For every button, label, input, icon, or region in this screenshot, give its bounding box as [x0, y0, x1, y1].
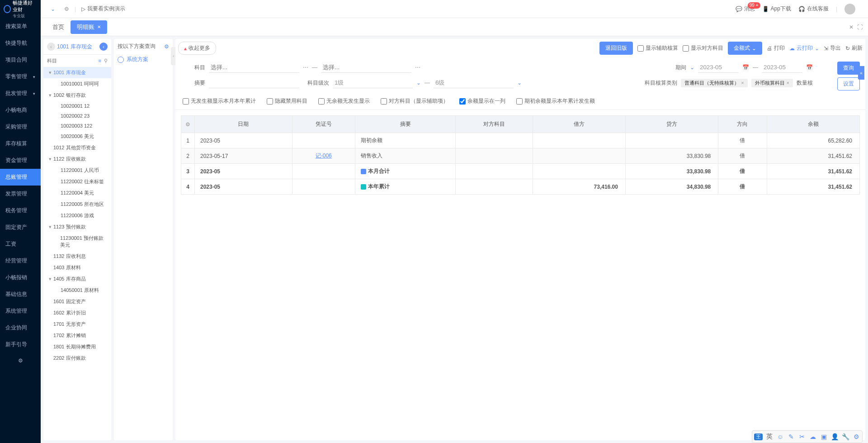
tree-prev-button[interactable]: ‹	[47, 43, 55, 51]
collapse-filter-handle[interactable]: «	[858, 66, 864, 80]
subject-from-input[interactable]	[209, 62, 299, 73]
sidebar-item[interactable]: 小畅报销	[0, 269, 41, 286]
check-balance-one-col[interactable]: 余额显示在一列	[459, 97, 505, 105]
sidebar-item[interactable]: 小畅电商	[0, 102, 41, 119]
user-avatar[interactable]	[844, 4, 855, 14]
tree-next-button[interactable]: ›	[99, 43, 108, 51]
sidebar-item[interactable]: 总账管理	[0, 169, 41, 186]
aux-checkbox[interactable]: 显示辅助核算	[637, 44, 678, 52]
account-tree-node[interactable]: 1601 固定资产	[43, 296, 111, 307]
check-opening-year[interactable]: 期初余额显示本年累计发生额	[516, 97, 595, 105]
sidebar-item[interactable]: 采购管理	[0, 119, 41, 135]
sort-icon[interactable]: ≡	[99, 58, 101, 64]
sidebar-item[interactable]: 快捷导航	[0, 35, 41, 52]
check-hide-disabled[interactable]: 隐藏禁用科目	[267, 97, 307, 105]
refresh-button[interactable]: ↻刷新	[845, 44, 863, 52]
query-button[interactable]: 查询	[837, 62, 860, 75]
company-selector[interactable]: ⌄	[45, 4, 59, 14]
sidebar-item[interactable]: 基础信息	[0, 286, 41, 303]
summary-input[interactable]	[209, 77, 299, 88]
export-button[interactable]: ⇲导出	[824, 44, 841, 52]
sidebar-item[interactable]: 资金管理	[0, 152, 41, 169]
account-tree-node[interactable]: ▾1122 应收账款	[43, 153, 111, 165]
account-tree-node[interactable]: 10020001 12	[43, 101, 111, 111]
calendar-icon[interactable]: 📅	[806, 64, 813, 71]
account-tree-node[interactable]: 10020003 122	[43, 121, 111, 131]
calendar-icon[interactable]: 📅	[742, 64, 749, 71]
account-tree-node[interactable]: ▾1001 库存现金	[43, 67, 111, 78]
check-opposite-aux[interactable]: 对方科目（显示辅助项）	[381, 97, 448, 105]
account-tree-node[interactable]: 11220006 游戏	[43, 210, 111, 221]
sidebar-item[interactable]: 企业协同	[0, 319, 41, 336]
account-tree-node[interactable]: ▾1002 银行存款	[43, 90, 111, 101]
account-tree-node[interactable]: 11230001 预付账款美元	[43, 233, 111, 251]
online-service-button[interactable]: 🎧 在线客服	[798, 5, 829, 13]
sidebar-item[interactable]: 搜索菜单	[0, 18, 41, 35]
sidebar-item[interactable]: 税务管理	[0, 202, 41, 219]
account-tree-node[interactable]: 11220004 美元	[43, 187, 111, 199]
account-tree-node[interactable]: 1012 其他货币资金	[43, 142, 111, 153]
close-tab-icon[interactable]: ✕	[849, 24, 854, 30]
level-to-input[interactable]	[434, 77, 514, 88]
ime-wrench-icon[interactable]: 🔧	[841, 433, 849, 441]
sidebar-item[interactable]: 批发管理▾	[0, 85, 41, 102]
account-tree-node[interactable]: 14050001 原材料	[43, 285, 111, 296]
system-scheme[interactable]: 系统方案	[118, 54, 169, 65]
messages-button[interactable]: 💬 消息 99 +	[736, 5, 755, 13]
sidebar-item[interactable]: 固定资产	[0, 219, 41, 236]
tag-foreign-currency[interactable]: 外币核算科目×	[751, 79, 793, 87]
scheme-gear-icon[interactable]: ⚙	[164, 43, 169, 50]
sidebar-item[interactable]: 工资	[0, 236, 41, 252]
ime-cloud-icon[interactable]: ☁	[809, 433, 817, 441]
amount-style-button[interactable]: 金额式 ⌄	[728, 42, 762, 55]
ime-smile-icon[interactable]: ☺	[776, 433, 784, 441]
check-no-balance[interactable]: 无余额无发生显示	[318, 97, 370, 105]
fullscreen-icon[interactable]: ⛶	[857, 24, 863, 30]
gear-icon[interactable]: ⚙	[64, 6, 69, 12]
account-tree-node[interactable]: 10020002 23	[43, 111, 111, 121]
collapse-more-button[interactable]: ▴ 收起更多	[178, 42, 216, 55]
subject-to-input[interactable]	[321, 62, 411, 73]
period-from-input[interactable]	[698, 62, 739, 73]
close-icon[interactable]: ×	[787, 80, 789, 86]
close-icon[interactable]: ✕	[97, 24, 101, 29]
chevron-down-icon[interactable]: ⌄	[517, 80, 522, 86]
account-tree-node[interactable]: 10020006 美元	[43, 131, 111, 142]
sidebar-item[interactable]: 项目合同	[0, 52, 41, 68]
voucher-link[interactable]: 记-006	[316, 152, 332, 159]
more-icon[interactable]: ⋯	[303, 64, 308, 71]
tab-detail-ledger[interactable]: 明细账 ✕	[71, 20, 107, 34]
sidebar-item[interactable]: 零售管理▾	[0, 68, 41, 85]
account-tree-node[interactable]: 11220005 所在地区	[43, 199, 111, 210]
app-download-button[interactable]: 📱 App下载	[762, 5, 791, 13]
sidebar-settings-icon[interactable]: ⚙	[0, 353, 41, 368]
account-tree-node[interactable]: 2202 应付账款	[43, 352, 111, 364]
close-icon[interactable]: ×	[741, 80, 744, 86]
gear-icon[interactable]: ⚙	[185, 121, 190, 128]
sidebar-item[interactable]: 系统管理	[0, 303, 41, 319]
account-tree-node[interactable]: 1801 长期待摊费用	[43, 341, 111, 352]
account-tree-node[interactable]: ▾1405 库存商品	[43, 273, 111, 285]
account-tree-node[interactable]: 1702 累计摊销	[43, 330, 111, 341]
account-tree-node[interactable]: 11220002 往来标签	[43, 176, 111, 187]
sidebar-item[interactable]: 经营管理	[0, 252, 41, 269]
level-from-input[interactable]	[333, 77, 413, 88]
chevron-down-icon[interactable]: ⌄	[416, 80, 421, 86]
sidebar-item[interactable]: 发票管理	[0, 186, 41, 202]
ime-lang[interactable]: 英	[765, 433, 774, 441]
print-button[interactable]: 🖨打印	[767, 44, 785, 52]
sidebar-item[interactable]: 新手引导	[0, 336, 41, 353]
sidebar-item[interactable]: 库存核算	[0, 135, 41, 152]
period-to-input[interactable]	[762, 62, 802, 73]
account-tree-node[interactable]: 1132 应收利息	[43, 251, 111, 262]
ime-scissors-icon[interactable]: ✂	[798, 433, 806, 441]
account-tree-node[interactable]: 10010001 呵呵呵	[43, 78, 111, 90]
account-tree-node[interactable]: ▾1123 预付账款	[43, 221, 111, 233]
cloud-print-button[interactable]: ☁云打印⌄	[789, 44, 819, 52]
check-no-amount-month[interactable]: 无发生额显示本月本年累计	[183, 97, 256, 105]
tab-home[interactable]: 首页	[46, 20, 71, 34]
demo-link[interactable]: ▷ 我要看实例演示	[81, 5, 125, 13]
ime-gear-icon[interactable]: ⚙	[852, 433, 860, 441]
tag-normal-subject[interactable]: 普通科目（无特殊核算）×	[681, 79, 747, 87]
more-icon[interactable]: ⋯	[415, 64, 420, 71]
